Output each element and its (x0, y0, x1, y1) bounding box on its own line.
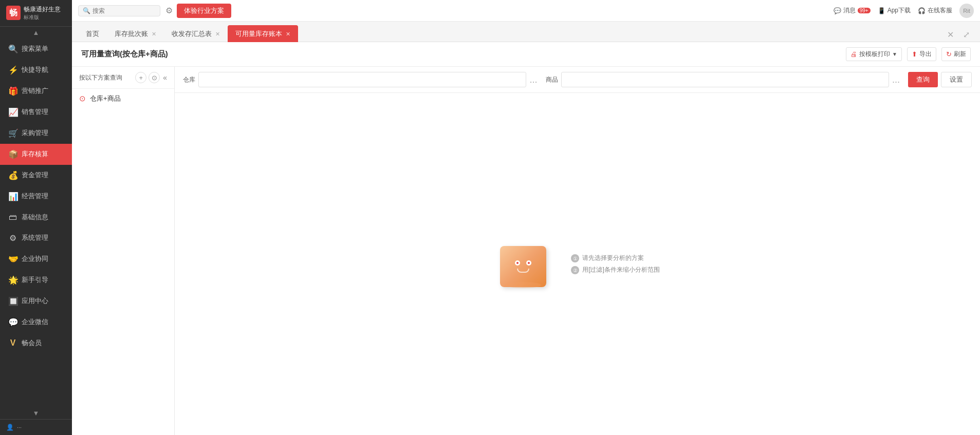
tab-close-all-btn[interactable]: ✕ (942, 28, 959, 42)
sidebar-item-operations[interactable]: 📊 经营管理 (0, 186, 72, 207)
empty-tip-1: ① 请先选择要分析的方案 (571, 254, 660, 262)
export-icon: ⬆ (912, 50, 917, 58)
export-btn[interactable]: ⬆ 导出 (907, 47, 936, 61)
robot-mouth (517, 269, 529, 273)
filter-add-btn[interactable]: + (135, 72, 146, 83)
filter-settings-btn[interactable]: ⊙ (149, 72, 160, 83)
sidebar-item-vip[interactable]: V 畅会员 (0, 333, 72, 353)
search-menu-icon: 🔍 (8, 44, 17, 54)
page-title: 可用量查询(按仓库+商品) (81, 49, 168, 59)
warehouse-field: 仓库 ... (183, 72, 538, 87)
refresh-icon: ↻ (946, 50, 952, 58)
page-header: 可用量查询(按仓库+商品) 🖨 按模板打印 ▼ ⬆ 导出 ↻ 刷新 (72, 42, 980, 67)
online-service-group[interactable]: 🎧 在线客服 (918, 6, 952, 15)
empty-tips: ① 请先选择要分析的方案 ② 用[过滤]条件来缩小分析范围 (571, 254, 660, 274)
tab-batch-close[interactable]: ✕ (152, 31, 156, 37)
sidebar-item-shortcut[interactable]: ⚡ 快捷导航 (0, 60, 72, 81)
tab-controls: ✕ ⤢ (942, 28, 974, 42)
inventory-icon: 📦 (8, 149, 17, 159)
tab-summary[interactable]: 收发存汇总表 ✕ (164, 25, 228, 42)
marketing-icon: 🎁 (8, 86, 17, 96)
sales-icon: 📈 (8, 107, 17, 117)
goods-label: 商品 (546, 75, 558, 84)
refresh-btn[interactable]: ↻ 刷新 (941, 47, 971, 61)
robot-shadow (505, 282, 541, 288)
topbar-search-box[interactable]: 🔍 (78, 5, 160, 16)
sidebar-item-newbie[interactable]: 🌟 新手引导 (0, 270, 72, 291)
tab-summary-close[interactable]: ✕ (215, 31, 220, 37)
tab-home[interactable]: 首页 (78, 25, 107, 42)
logo-text: 畅康通好生意 标准版 (24, 5, 61, 21)
sidebar-scroll: 🔍 搜索菜单 ⚡ 快捷导航 🎁 营销推广 📈 销售管理 🛒 采购管理 📦 库存核… (0, 39, 72, 407)
filter-panel: 按以下方案查询 + ⊙ « ⊙ 仓库+商品 (72, 67, 175, 435)
basic-icon: 🗃 (8, 213, 17, 222)
logo-icon: 畅 (6, 6, 21, 20)
message-icon: 💬 (834, 7, 841, 14)
sidebar-item-purchase[interactable]: 🛒 采购管理 (0, 123, 72, 144)
headset-icon: 🎧 (918, 7, 926, 14)
sidebar-item-enterprise[interactable]: 🤝 企业协同 (0, 249, 72, 270)
wechat-icon: 💬 (8, 317, 17, 327)
sidebar-logo: 畅 畅康通好生意 标准版 (0, 0, 72, 27)
sidebar-item-basic[interactable]: 🗃 基础信息 (0, 207, 72, 228)
empty-row: ① 请先选择要分析的方案 ② 用[过滤]条件来缩小分析范围 (495, 236, 660, 292)
tip-num-2: ② (571, 266, 579, 274)
goods-field: 商品 ... (546, 72, 900, 87)
goods-input[interactable] (561, 72, 889, 87)
empty-icon-area (495, 236, 557, 292)
right-area: 仓库 ... 商品 ... 查询 设置 (175, 67, 980, 435)
scroll-up-btn[interactable]: ▲ (0, 27, 72, 39)
system-icon: ⚙ (8, 233, 17, 243)
print-icon: 🖨 (850, 50, 857, 58)
warehouse-label: 仓库 (183, 75, 195, 84)
sidebar-bottom: 👤 ··· (0, 419, 72, 435)
enterprise-icon: 🤝 (8, 254, 17, 264)
sidebar-item-finance[interactable]: 💰 资金管理 (0, 165, 72, 186)
apps-icon: 🔲 (8, 296, 17, 306)
warehouse-input[interactable] (198, 72, 526, 87)
tab-available-close[interactable]: ✕ (286, 31, 290, 37)
newbie-icon: 🌟 (8, 275, 17, 285)
main-content: ① 请先选择要分析的方案 ② 用[过滤]条件来缩小分析范围 (175, 93, 980, 435)
sidebar-item-apps[interactable]: 🔲 应用中心 (0, 291, 72, 312)
tab-available[interactable]: 可用量库存账本 ✕ (228, 25, 298, 42)
sidebar-item-marketing[interactable]: 🎁 营销推广 (0, 81, 72, 102)
purchase-icon: 🛒 (8, 128, 17, 138)
robot-eyes (515, 260, 531, 266)
tabbar: 首页 库存批次账 ✕ 收发存汇总表 ✕ 可用量库存账本 ✕ ✕ ⤢ (72, 22, 980, 42)
filter-header: 按以下方案查询 + ⊙ « (72, 67, 174, 89)
scroll-down-btn[interactable]: ▼ (0, 407, 72, 419)
warehouse-more-btn[interactable]: ... (529, 74, 537, 85)
trial-btn[interactable]: 体验行业方案 (177, 4, 231, 18)
bottom-label: ··· (17, 424, 22, 430)
bottom-icon: 👤 (6, 424, 14, 431)
sidebar-item-search[interactable]: 🔍 搜索菜单 (0, 39, 72, 60)
query-btn[interactable]: 查询 (908, 72, 938, 87)
sidebar-item-wechat[interactable]: 💬 企业微信 (0, 312, 72, 333)
filter-collapse-btn[interactable]: « (163, 73, 167, 82)
tab-expand-btn[interactable]: ⤢ (959, 28, 974, 42)
empty-tip-2: ② 用[过滤]条件来缩小分析范围 (571, 266, 660, 274)
filter-item-warehouse-goods[interactable]: ⊙ 仓库+商品 (72, 89, 174, 107)
avatar[interactable]: Rit (959, 4, 974, 18)
messages-group[interactable]: 💬 消息 99+ (834, 6, 871, 15)
vip-icon: V (8, 338, 17, 348)
shortcut-icon: ⚡ (8, 65, 17, 75)
content-area: 按以下方案查询 + ⊙ « ⊙ 仓库+商品 仓库 ... (72, 67, 980, 435)
sidebar: 畅 畅康通好生意 标准版 ▲ 🔍 搜索菜单 ⚡ 快捷导航 🎁 营销推广 📈 销售… (0, 0, 72, 435)
message-badge: 99+ (858, 8, 871, 13)
print-btn[interactable]: 🖨 按模板打印 ▼ (846, 47, 902, 61)
empty-state: ① 请先选择要分析的方案 ② 用[过滤]条件来缩小分析范围 (495, 236, 660, 292)
robot-eye-right (526, 260, 531, 266)
goods-more-btn[interactable]: ... (892, 74, 900, 85)
app-download-group[interactable]: 📱 App下载 (878, 6, 911, 15)
gear-icon[interactable]: ⚙ (165, 6, 173, 15)
print-dropdown-icon: ▼ (892, 51, 897, 57)
topbar-right: 💬 消息 99+ 📱 App下载 🎧 在线客服 Rit (834, 4, 974, 18)
sidebar-item-inventory[interactable]: 📦 库存核算 (0, 144, 72, 165)
tab-batch[interactable]: 库存批次账 ✕ (107, 25, 164, 42)
sidebar-item-sales[interactable]: 📈 销售管理 (0, 102, 72, 123)
sidebar-item-system[interactable]: ⚙ 系统管理 (0, 228, 72, 249)
search-input[interactable] (93, 7, 156, 14)
settings-btn[interactable]: 设置 (941, 72, 972, 87)
